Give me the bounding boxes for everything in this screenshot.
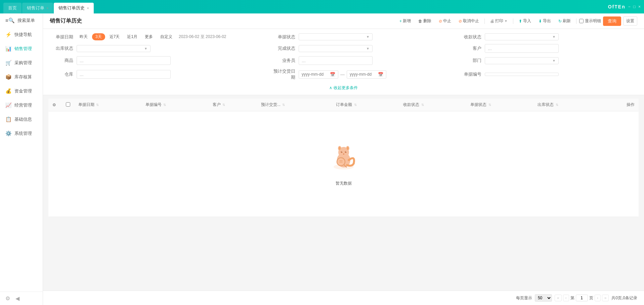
svg-point-9 bbox=[341, 151, 342, 152]
goods-input[interactable]: ... bbox=[77, 56, 171, 65]
sidebar-item-sales-label: 销售管理 bbox=[14, 46, 32, 52]
expected-date-start-input[interactable]: 📅 bbox=[299, 70, 338, 79]
th-settings[interactable]: ⚙ bbox=[48, 99, 62, 111]
page-input[interactable] bbox=[576, 295, 588, 301]
sidebar-item-purchase[interactable]: 🛒 采购管理 bbox=[0, 56, 43, 70]
export-button[interactable]: ⬇ 导出 bbox=[536, 17, 554, 25]
new-button[interactable]: + 新增 bbox=[397, 17, 414, 25]
import-button[interactable]: ⬆ 导入 bbox=[516, 17, 534, 25]
sidebar-item-operation[interactable]: 📈 经营管理 bbox=[0, 98, 43, 112]
sidebar-item-finance[interactable]: 💰 资金管理 bbox=[0, 84, 43, 98]
department-arrow: ▼ bbox=[552, 59, 556, 63]
th-check[interactable] bbox=[62, 99, 74, 111]
expected-date-end-input[interactable]: 📅 bbox=[347, 70, 386, 79]
tab-bar: 首页 销售订单 × 销售订单历史 × bbox=[3, 0, 94, 13]
th-outbound-status[interactable]: 出库状态 ⇅ bbox=[533, 99, 601, 111]
tab-sales-order-close[interactable]: × bbox=[46, 6, 48, 10]
sidebar-item-basicinfo-label: 基础信息 bbox=[14, 116, 32, 122]
bill-no-input[interactable] bbox=[485, 73, 559, 76]
th-receipt-status-label: 收款状态 bbox=[403, 102, 419, 107]
th-bill-no-label: 单据编号 bbox=[145, 102, 162, 107]
sidebar-item-quicknav[interactable]: ⚡ 快捷导航 bbox=[0, 28, 43, 42]
sales-icon: 📊 bbox=[5, 46, 12, 52]
sidebar-collapse-icon[interactable]: ◀ bbox=[15, 295, 19, 302]
top-bar-right: OfTEn − □ × bbox=[608, 4, 641, 9]
th-bill-no[interactable]: 单据编号 ⇅ bbox=[141, 99, 209, 111]
tab-sales-order[interactable]: 销售订单 × bbox=[22, 3, 53, 13]
query-button[interactable]: 查询 bbox=[603, 16, 621, 26]
show-detail-checkbox[interactable] bbox=[579, 19, 584, 23]
sidebar-settings-icon[interactable]: ⚙ bbox=[5, 295, 10, 302]
customer-input[interactable]: ... bbox=[485, 44, 559, 53]
export-label: 导出 bbox=[543, 18, 551, 24]
collapse-bar[interactable]: ∧ 收起更多条件 bbox=[50, 84, 637, 91]
th-bill-status[interactable]: 单据状态 ⇅ bbox=[466, 99, 533, 111]
th-receipt-status[interactable]: 收款状态 ⇅ bbox=[399, 99, 466, 111]
department-select[interactable]: ▼ bbox=[485, 57, 559, 64]
settings-button[interactable]: 设置 bbox=[623, 16, 637, 26]
window-minimize[interactable]: − bbox=[628, 4, 631, 9]
window-maximize[interactable]: □ bbox=[633, 4, 636, 9]
prev-page-button[interactable]: ‹ bbox=[563, 295, 569, 301]
empty-row: 暂无数据 bbox=[48, 111, 639, 217]
date-btn-custom[interactable]: 自定义 bbox=[157, 33, 175, 41]
complete-status-select[interactable]: ▼ bbox=[299, 45, 373, 52]
tab-sales-history-close[interactable]: × bbox=[87, 6, 89, 10]
table-settings-icon[interactable]: ⚙ bbox=[52, 103, 56, 107]
sort-bill-date-icon: ⇅ bbox=[96, 103, 99, 107]
select-all-checkbox[interactable] bbox=[66, 102, 70, 107]
brand-label: OfTEn bbox=[608, 4, 626, 9]
expected-date-end[interactable] bbox=[350, 72, 377, 77]
filter-row-2: 出库状态 ▼ 完成状态 ▼ 客户 ... bbox=[50, 44, 637, 53]
th-outbound-status-label: 出库状态 bbox=[538, 102, 554, 107]
th-expected-delivery[interactable]: 预计交货... ⇅ bbox=[257, 99, 332, 111]
sidebar-item-inventory-label: 库存核算 bbox=[14, 74, 32, 80]
print-button[interactable]: 🖨 打印 ▼ bbox=[487, 17, 510, 25]
outbound-status-label: 出库状态 bbox=[50, 45, 77, 51]
delete-button[interactable]: 🗑 删除 bbox=[416, 17, 434, 25]
cancel-stop-button[interactable]: ⊘ 取消中止 bbox=[456, 17, 482, 25]
filter-salesperson-col: 业务员 ... bbox=[272, 56, 458, 65]
date-btn-more[interactable]: 更多 bbox=[142, 33, 156, 41]
date-btn-3days[interactable]: 3天 bbox=[92, 33, 105, 40]
salesperson-input[interactable]: ... bbox=[299, 56, 373, 65]
next-page-button[interactable]: › bbox=[595, 295, 601, 301]
warehouse-input[interactable]: ... bbox=[77, 70, 171, 79]
tab-sales-history[interactable]: 销售订单历史 × bbox=[54, 3, 93, 13]
date-buttons: 昨天 3天 近7天 近1月 更多 自定义 bbox=[77, 33, 175, 41]
last-page-button[interactable]: » bbox=[602, 295, 609, 301]
collapse-label: 收起更多条件 bbox=[334, 85, 358, 91]
date-btn-1month[interactable]: 近1月 bbox=[124, 33, 140, 41]
window-close[interactable]: × bbox=[638, 4, 641, 9]
tab-sales-history-label: 销售订单历史 bbox=[58, 5, 85, 11]
date-label: 单据日期 bbox=[50, 34, 77, 40]
cancel-stop-icon: ⊘ bbox=[459, 19, 462, 24]
empty-svg bbox=[327, 142, 360, 175]
first-page-button[interactable]: « bbox=[555, 295, 562, 301]
sidebar-item-inventory[interactable]: 📦 库存核算 bbox=[0, 70, 43, 84]
sidebar-item-sales[interactable]: 📊 销售管理 bbox=[0, 42, 43, 56]
date-btn-7days[interactable]: 近7天 bbox=[106, 33, 123, 41]
sidebar-item-finance-label: 资金管理 bbox=[14, 88, 32, 94]
sidebar-item-purchase-label: 采购管理 bbox=[14, 60, 32, 66]
sort-receipt-status-icon: ⇅ bbox=[421, 103, 424, 107]
bill-status-select[interactable]: ▼ bbox=[299, 33, 373, 40]
outbound-status-select[interactable]: ▼ bbox=[77, 45, 151, 52]
sidebar-item-sysmgmt[interactable]: ⚙️ 系统管理 bbox=[0, 126, 43, 141]
expected-date-label: 预计交货日期 bbox=[272, 68, 299, 80]
date-btn-yesterday[interactable]: 昨天 bbox=[77, 33, 91, 41]
goods-label: 商品 bbox=[50, 58, 77, 64]
sidebar-item-search[interactable]: ≡🔍 搜索菜单 bbox=[0, 13, 43, 28]
collapse-icon: ∧ bbox=[329, 85, 332, 90]
stop-button[interactable]: ⊘ 中止 bbox=[436, 17, 454, 25]
sidebar-item-basicinfo[interactable]: 📋 基础信息 bbox=[0, 112, 43, 126]
per-page-select[interactable]: 50 10 20 100 bbox=[535, 294, 552, 302]
bill-status-label: 单据状态 bbox=[272, 34, 299, 40]
th-customer[interactable]: 客户 ⇅ bbox=[209, 99, 257, 111]
tab-home[interactable]: 首页 bbox=[3, 3, 22, 13]
expected-date-start[interactable] bbox=[302, 72, 329, 77]
refresh-button[interactable]: ↻ 刷新 bbox=[556, 17, 573, 25]
th-bill-date[interactable]: 单据日期 ⇅ bbox=[74, 99, 141, 111]
receipt-status-select[interactable]: ▼ bbox=[485, 33, 559, 40]
th-order-amount[interactable]: 订单金额 ⇅ bbox=[332, 99, 399, 111]
